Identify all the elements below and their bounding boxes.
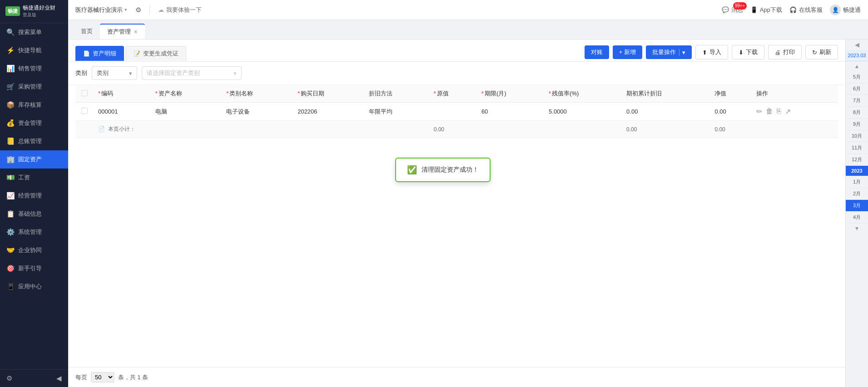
settings-gear-icon[interactable]: ⚙ — [135, 6, 141, 14]
select-all-checkbox[interactable] — [81, 90, 88, 96]
per-page-select[interactable]: 50 100 — [91, 372, 114, 382]
sidebar-item-guide[interactable]: 🎯新手引导 — [0, 259, 68, 278]
timeline-may[interactable]: 5月 — [846, 71, 868, 83]
topbar: 医疗器械行业演示 ▾ ⚙ ☁ 我要体验一下 💬 消息 99++ 📱 App下载 … — [68, 0, 868, 20]
messages-btn[interactable]: 💬 消息 99++ — [722, 6, 743, 14]
copy-icon[interactable]: ⎘ — [777, 107, 781, 116]
tab-asset-mgmt[interactable]: 资产管理 ✕ — [100, 24, 145, 39]
sidebar-item-basic-info[interactable]: 📋基础信息 — [0, 205, 68, 223]
refresh-btn[interactable]: ↻ 刷新 — [805, 45, 838, 60]
app-download-btn[interactable]: 📱 App下载 — [750, 6, 782, 14]
sidebar-item-sales[interactable]: 📊销售管理 — [0, 60, 68, 78]
reconcile-btn[interactable]: 对账 — [585, 45, 609, 59]
filter-row: 类别 类别 ▾ 请选择固定资产类别 ▾ — [68, 62, 845, 85]
sidebar-item-label: 采购管理 — [18, 83, 42, 91]
timeline-mar[interactable]: 3月 — [846, 200, 868, 212]
batch-ops-label: 批量操作 — [652, 48, 676, 56]
sub-tab-generate-voucher[interactable]: 📝 变更生成凭证 — [126, 46, 186, 61]
subtotal-icon: 📄 — [98, 126, 105, 132]
sidebar-item-system[interactable]: ⚙️系统管理 — [0, 223, 68, 241]
col-name: 资产名称 — [159, 90, 182, 97]
sidebar-item-enterprise[interactable]: 🤝企业协同 — [0, 241, 68, 259]
timeline-up-btn[interactable]: ▲ — [846, 61, 868, 71]
import-btn[interactable]: ⬆ 导入 — [695, 45, 728, 60]
phone-icon: 📱 — [750, 6, 758, 13]
timeline-apr[interactable]: 4月 — [846, 212, 868, 223]
edit-icon[interactable]: ✏ — [756, 107, 762, 116]
sub-tab-asset-detail[interactable]: 📄 资产明细 — [75, 46, 124, 61]
tab-close-icon[interactable]: ✕ — [134, 29, 138, 35]
row-category: 电子设备 — [222, 103, 293, 121]
placeholder-arrow-icon: ▾ — [233, 70, 237, 77]
user-menu[interactable]: 👤 畅捷通 — [830, 5, 861, 15]
row-depreciation: 年限平均 — [364, 103, 429, 121]
asset-table: *编码 *资产名称 *类别名称 *购买日期 折旧方法 *原值 *期限(月) *残… — [75, 85, 838, 138]
sidebar-item-payroll[interactable]: 💵工资 — [0, 169, 68, 187]
sidebar-item-purchase[interactable]: 🛒采购管理 — [0, 78, 68, 96]
col-code: 编码 — [101, 90, 113, 97]
download-icon: ⬇ — [739, 49, 744, 56]
sidebar-item-inventory[interactable]: 📦库存核算 — [0, 96, 68, 114]
timeline-jul[interactable]: 7月 — [846, 95, 868, 107]
row-code: 000001 — [94, 103, 151, 121]
col-actions: 操作 — [756, 90, 768, 97]
timeline-oct[interactable]: 10月 — [846, 130, 868, 142]
sidebar-item-fixed-assets[interactable]: 🏢固定资产 — [0, 150, 68, 169]
refresh-icon: ↻ — [812, 49, 817, 56]
print-label: 打印 — [783, 48, 795, 56]
import-icon: ⬆ — [702, 49, 707, 56]
subtotal-row: 📄 本页小计： 0.00 0.00 0.00 — [75, 121, 838, 138]
experience-label: 我要体验一下 — [166, 6, 202, 14]
timeline-dec[interactable]: 12月 — [846, 154, 868, 166]
print-btn[interactable]: 🖨 打印 — [768, 45, 802, 60]
timeline-sep[interactable]: 9月 — [846, 119, 868, 130]
sidebar-item-operations[interactable]: 📈经营管理 — [0, 187, 68, 205]
timeline-nov[interactable]: 11月 — [846, 142, 868, 154]
print-icon: 🖨 — [775, 49, 781, 56]
asset-category-placeholder[interactable]: 请选择固定资产类别 ▾ — [142, 66, 242, 80]
sidebar-item-label: 快捷导航 — [18, 46, 42, 55]
online-service-btn[interactable]: 🎧 在线客服 — [789, 6, 823, 14]
sidebar-item-label: 应用中心 — [18, 283, 42, 291]
collapse-icon[interactable]: ◀ — [56, 374, 62, 382]
sidebar-item-capital[interactable]: 💰资金管理 — [0, 114, 68, 132]
batch-ops-arrow-icon: ▾ — [679, 49, 685, 56]
cloud-icon: ☁ — [158, 6, 164, 13]
tab-home[interactable]: 首页 — [75, 24, 98, 39]
col-purchase-date: 购买日期 — [301, 90, 324, 97]
row-period: 60 — [477, 103, 544, 121]
operations-icon: 📈 — [6, 192, 15, 200]
main-area: 医疗器械行业演示 ▾ ⚙ ☁ 我要体验一下 💬 消息 99++ 📱 App下载 … — [68, 0, 868, 387]
more-icon[interactable]: ↗ — [785, 107, 791, 116]
timeline-collapse-btn[interactable]: ◀ — [846, 40, 868, 50]
settings-icon[interactable]: ⚙ — [6, 374, 12, 382]
category-label: 类别 — [75, 69, 87, 77]
sidebar-item-label: 资金管理 — [18, 119, 42, 127]
sidebar-item-quick-nav[interactable]: ⚡快捷导航 — [0, 41, 68, 60]
download-btn[interactable]: ⬇ 下载 — [732, 45, 764, 60]
row-checkbox[interactable] — [81, 108, 88, 114]
row-residual-rate: 5.0000 — [544, 103, 622, 121]
delete-icon[interactable]: 🗑 — [766, 107, 773, 116]
timeline-year-2023[interactable]: 2023 — [846, 166, 868, 176]
company-selector[interactable]: 医疗器械行业演示 ▾ — [75, 6, 127, 14]
timeline-jan[interactable]: 1月 — [846, 176, 868, 188]
toast-message: 清理固定资产成功！ — [422, 166, 479, 174]
sidebar-item-label: 经营管理 — [18, 192, 42, 200]
timeline-jun[interactable]: 6月 — [846, 83, 868, 95]
batch-ops-btn[interactable]: 批量操作 ▾ — [646, 45, 692, 59]
timeline-down-btn[interactable]: ▼ — [846, 223, 868, 233]
toolbar: 对账 + 新增 批量操作 ▾ ⬆ 导入 ⬇ 下载 🖨 — [585, 45, 838, 61]
category-select[interactable]: 类别 ▾ — [92, 66, 137, 80]
asset-mgmt-tab-label: 资产管理 — [107, 28, 131, 36]
sidebar-item-app-center[interactable]: 📱应用中心 — [0, 278, 68, 296]
sidebar-item-search[interactable]: 🔍搜索菜单 — [0, 23, 68, 41]
experience-btn[interactable]: ☁ 我要体验一下 — [158, 6, 202, 14]
timeline-aug[interactable]: 8月 — [846, 107, 868, 119]
subtotal-net: 0.00 — [710, 121, 751, 138]
sidebar-bottom: ⚙ ◀ — [0, 369, 68, 387]
content-area: 📄 资产明细 📝 变更生成凭证 对账 + 新增 批量操作 ▾ — [68, 40, 868, 387]
sidebar-item-ledger[interactable]: 📒总账管理 — [0, 132, 68, 150]
new-btn[interactable]: + 新增 — [613, 45, 642, 59]
timeline-feb[interactable]: 2月 — [846, 188, 868, 200]
